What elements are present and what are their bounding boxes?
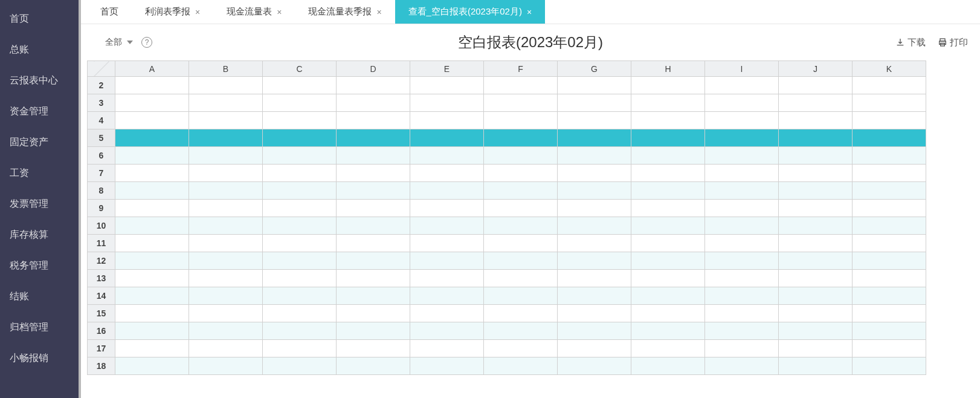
cell-A4[interactable] [115, 112, 189, 129]
cell-B4[interactable] [189, 112, 263, 129]
sidebar-item-7[interactable]: 库存核算 [0, 220, 79, 250]
cell-K18[interactable] [853, 357, 926, 375]
sidebar-item-6[interactable]: 发票管理 [0, 189, 79, 220]
cell-J9[interactable] [779, 200, 853, 217]
cell-C8[interactable] [263, 182, 337, 200]
cell-B6[interactable] [189, 147, 263, 165]
cell-J10[interactable] [779, 217, 853, 235]
row-header-2[interactable]: 2 [88, 77, 115, 94]
cell-D9[interactable] [337, 200, 410, 217]
cell-G14[interactable] [558, 287, 631, 305]
cell-E14[interactable] [410, 287, 484, 305]
cell-J16[interactable] [779, 322, 853, 340]
cell-H10[interactable] [631, 217, 705, 235]
cell-H9[interactable] [631, 200, 705, 217]
cell-D2[interactable] [337, 77, 410, 94]
tab-0[interactable]: 首页 [87, 0, 132, 24]
cell-D15[interactable] [337, 305, 410, 322]
cell-D7[interactable] [337, 165, 410, 182]
cell-H13[interactable] [631, 270, 705, 287]
cell-A8[interactable] [115, 182, 189, 200]
row-header-14[interactable]: 14 [88, 287, 115, 305]
cell-F12[interactable] [484, 252, 558, 270]
cell-A17[interactable] [115, 340, 189, 357]
cell-F7[interactable] [484, 165, 558, 182]
cell-J8[interactable] [779, 182, 853, 200]
cell-B10[interactable] [189, 217, 263, 235]
cell-K2[interactable] [853, 77, 926, 94]
cell-J6[interactable] [779, 147, 853, 165]
cell-F15[interactable] [484, 305, 558, 322]
cell-H16[interactable] [631, 322, 705, 340]
cell-A3[interactable] [115, 94, 189, 112]
cell-E4[interactable] [410, 112, 484, 129]
cell-D8[interactable] [337, 182, 410, 200]
cell-J5[interactable] [779, 129, 853, 147]
cell-H15[interactable] [631, 305, 705, 322]
cell-G16[interactable] [558, 322, 631, 340]
cell-H2[interactable] [631, 77, 705, 94]
cell-B13[interactable] [189, 270, 263, 287]
cell-K10[interactable] [853, 217, 926, 235]
row-header-8[interactable]: 8 [88, 182, 115, 200]
cell-I17[interactable] [705, 340, 779, 357]
cell-J17[interactable] [779, 340, 853, 357]
cell-F3[interactable] [484, 94, 558, 112]
cell-C16[interactable] [263, 322, 337, 340]
tab-3[interactable]: 现金流量表季报× [295, 0, 395, 24]
cell-E2[interactable] [410, 77, 484, 94]
cell-D5[interactable] [337, 129, 410, 147]
cell-E10[interactable] [410, 217, 484, 235]
cell-A11[interactable] [115, 235, 189, 252]
cell-F10[interactable] [484, 217, 558, 235]
cell-I7[interactable] [705, 165, 779, 182]
row-header-3[interactable]: 3 [88, 94, 115, 112]
cell-E18[interactable] [410, 357, 484, 375]
row-header-18[interactable]: 18 [88, 357, 115, 375]
cell-B11[interactable] [189, 235, 263, 252]
cell-F17[interactable] [484, 340, 558, 357]
cell-G8[interactable] [558, 182, 631, 200]
cell-H7[interactable] [631, 165, 705, 182]
cell-J14[interactable] [779, 287, 853, 305]
cell-J12[interactable] [779, 252, 853, 270]
cell-D17[interactable] [337, 340, 410, 357]
cell-C18[interactable] [263, 357, 337, 375]
cell-K6[interactable] [853, 147, 926, 165]
tab-1[interactable]: 利润表季报× [132, 0, 213, 24]
cell-K17[interactable] [853, 340, 926, 357]
close-icon[interactable]: × [195, 7, 200, 17]
cell-J11[interactable] [779, 235, 853, 252]
print-button[interactable]: 打印 [938, 37, 968, 48]
cell-I2[interactable] [705, 77, 779, 94]
cell-F6[interactable] [484, 147, 558, 165]
cell-C5[interactable] [263, 129, 337, 147]
sheet-corner[interactable] [88, 61, 115, 77]
column-header-E[interactable]: E [410, 61, 484, 77]
row-header-11[interactable]: 11 [88, 235, 115, 252]
cell-H5[interactable] [631, 129, 705, 147]
sidebar-item-10[interactable]: 归档管理 [0, 312, 79, 343]
cell-F8[interactable] [484, 182, 558, 200]
cell-J15[interactable] [779, 305, 853, 322]
cell-I13[interactable] [705, 270, 779, 287]
cell-E7[interactable] [410, 165, 484, 182]
cell-K4[interactable] [853, 112, 926, 129]
cell-A6[interactable] [115, 147, 189, 165]
close-icon[interactable]: × [277, 7, 282, 17]
cell-G4[interactable] [558, 112, 631, 129]
row-header-13[interactable]: 13 [88, 270, 115, 287]
column-header-A[interactable]: A [115, 61, 189, 77]
cell-A10[interactable] [115, 217, 189, 235]
close-icon[interactable]: × [527, 7, 532, 17]
cell-I5[interactable] [705, 129, 779, 147]
cell-F18[interactable] [484, 357, 558, 375]
sidebar-item-0[interactable]: 首页 [0, 4, 79, 34]
cell-C12[interactable] [263, 252, 337, 270]
cell-B12[interactable] [189, 252, 263, 270]
cell-K13[interactable] [853, 270, 926, 287]
cell-D6[interactable] [337, 147, 410, 165]
tab-4[interactable]: 查看_空白报表(2023年02月)× [395, 0, 546, 24]
cell-J2[interactable] [779, 77, 853, 94]
cell-B9[interactable] [189, 200, 263, 217]
